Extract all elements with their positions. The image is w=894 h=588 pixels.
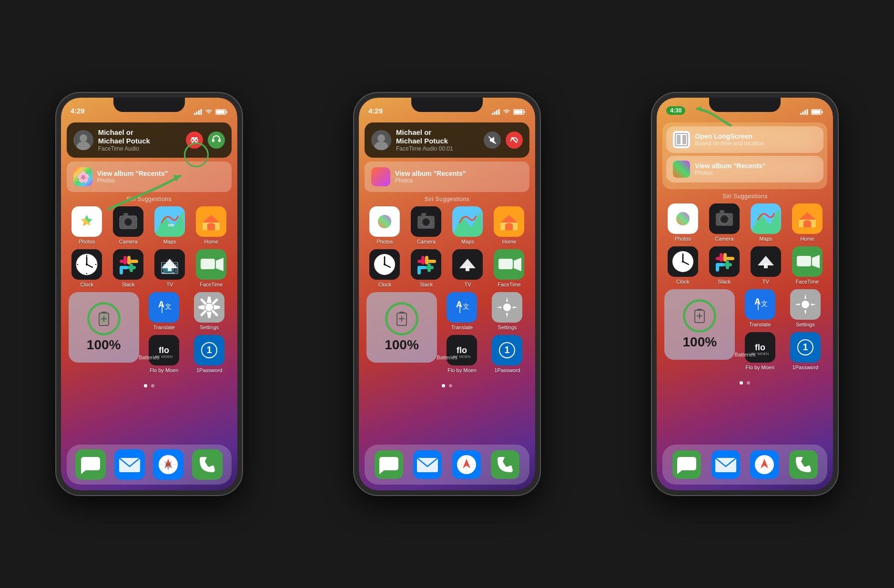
battery-icon-2 [513,109,526,115]
phone-1-dock-safari[interactable] [149,449,188,480]
phone-2-widget-row: 100% A文 Translate [365,292,529,373]
phone-2-dock-phone[interactable] [486,449,525,480]
phone-1-app-clock[interactable]: Clock [69,249,105,287]
phone-2-maps-label: Maps [461,239,474,244]
phone-2-app-settings[interactable]: Settings [487,292,528,330]
phone-2-settings-icon [492,292,522,323]
phone-1-dock-messages[interactable] [71,449,111,480]
phone-3-app-facetime[interactable]: FaceTime [789,246,825,284]
svg-rect-179 [764,264,768,268]
phone-3-app-settings[interactable]: Settings [785,289,825,327]
phone-2-app-maps[interactable]: Maps [449,206,486,244]
phone-2-app-camera[interactable]: Camera [408,206,445,244]
phone-1-app-facetime[interactable]: FaceTime [193,249,230,287]
phone-1-app-flo[interactable]: floBY MOEN Flo by Moen [144,335,184,373]
phone-2-decline-button[interactable] [506,132,523,149]
phone-3-recents-card[interactable]: View album "Recents" Photos [666,156,823,182]
phone-1-dock-mail[interactable] [110,449,149,480]
phone-3-clock-icon [668,246,698,277]
phone-3-app-clock[interactable]: Clock [664,246,701,284]
phone-2-dock-safari[interactable] [447,449,486,480]
phone-3-app-home[interactable]: Home [789,203,825,242]
svg-point-126 [503,304,511,311]
phone-1-app-photos[interactable]: Photos [69,206,105,244]
phone-2-call-buttons [484,132,523,149]
phone-2-dock-mail[interactable] [408,449,447,480]
phone-3-longscreen-card[interactable]: Open LongScreen Based on time and locati… [666,126,823,153]
phone-2-app-slack[interactable]: Slack [408,249,445,287]
phone-2-dock-messages[interactable] [369,449,408,480]
phone-1-dot-1 [144,384,147,387]
phone-1-accept-button[interactable] [208,132,225,149]
phone-3-app-flo[interactable]: floBY MOEN Flo by Moen [740,332,780,370]
svg-rect-44 [168,266,172,271]
phone-2-call-banner[interactable]: Michael orMichael Potuck FaceTime Audio … [365,122,529,158]
phone-2-batteries-widget[interactable]: 100% [366,292,437,363]
phone-1-app-translate[interactable]: A文 Translate [144,292,184,330]
phone-2-app-clock[interactable]: Clock [366,249,403,287]
phone-2-app-grid-2: Clock Slack TV [365,249,529,287]
phone-3-app-1password[interactable]: 1 1Password [785,332,825,370]
phone-2-clock-label: Clock [378,282,392,287]
phone-2-app-tv[interactable]: TV [449,249,486,287]
phone-2-screen: 4:29 [359,98,535,490]
phone-3-app-tv[interactable]: TV [747,246,784,284]
phone-2-app-translate[interactable]: A文 Translate [442,292,482,330]
phone-3-dock-safari[interactable] [745,449,784,480]
phone-3-camera-icon [709,203,740,234]
phone-1-app-maps[interactable]: 280 Maps [152,206,188,244]
phone-1-page-dots [67,384,232,387]
phone-1-app-1password[interactable]: 1 1Password [189,335,230,373]
phone-3-batteries-widget[interactable]: 100% [664,289,735,360]
phone-1-dock-phone[interactable] [188,449,227,480]
svg-rect-148 [812,111,821,114]
svg-text:文: 文 [165,303,172,310]
phone-3-home-icon [792,203,823,234]
phone-1-batteries-widget[interactable]: 100% [69,292,139,363]
phone-3-app-grid-1: Photos Camera Maps [662,203,827,242]
phone-1-app-camera[interactable]: Camera [110,206,147,244]
phone-1-suggestion-card[interactable]: 🌸 View album "Recents" Photos [67,162,232,192]
phone-3-time-pill[interactable]: 4:30 [666,106,685,115]
phone-2-app-1password[interactable]: 1 1Password [487,335,528,373]
svg-rect-35 [120,260,128,263]
phone-2-suggestion-card[interactable]: View album "Recents" Photos [365,162,529,192]
phone-1-app-settings[interactable]: Settings [189,292,230,330]
phone-2-avatar [371,130,391,150]
phone-1-app-slack[interactable]: Slack [110,249,147,287]
phone-3-slack-icon [709,246,740,277]
phone-3-app-slack[interactable]: Slack [706,246,742,284]
svg-rect-143 [803,112,804,115]
svg-rect-39 [130,260,138,263]
phone-2-phone-icon [490,449,520,480]
phone-2-app-flo[interactable]: floBY MOEN Flo by Moen [442,335,482,373]
phone-3-photos-icon [668,203,698,234]
phone-3-app-maps[interactable]: Maps [747,203,784,242]
phone-3-app-camera[interactable]: Camera [706,203,742,242]
phone-3-app-translate[interactable]: A文 Translate [740,289,780,327]
phone-3-suggestions-container: Open LongScreen Based on time and locati… [662,122,827,189]
phone-1-status-icons [194,109,228,115]
phone-2-app-facetime[interactable]: FaceTime [491,249,528,287]
phone-1-app-home[interactable]: Home [193,206,230,244]
phone-1-wrapper: 4:29 [0,0,298,588]
svg-rect-145 [807,109,808,115]
phone-2-home-icon [494,206,524,237]
phone-2-app-home[interactable]: Home [491,206,528,244]
phone-3-longscreen-icon [673,131,690,148]
phone-3-app-photos[interactable]: Photos [664,203,701,242]
phone-1-call-banner[interactable]: Michael orMichael Potuck FaceTime Audio [67,122,232,158]
phone-3-dock-messages[interactable] [667,449,706,480]
phone-3-dock-phone[interactable] [784,449,823,480]
phone-3-dock-mail[interactable] [706,449,745,480]
phone-2-mute-button[interactable] [484,132,501,149]
phone-1-mail-icon [114,449,145,480]
svg-rect-49 [102,312,106,314]
phone-1-app-tv[interactable]: 📺 TV [152,249,188,287]
phone-3-photos-label: Photos [675,236,691,242]
phone-3-longscreen-title: Open LongScreen [695,132,764,140]
phone-1-decline-button[interactable] [186,132,203,149]
phone-2-tv-label: TV [464,282,471,287]
svg-rect-207 [789,450,818,479]
phone-2-app-photos[interactable]: Photos [366,206,403,244]
